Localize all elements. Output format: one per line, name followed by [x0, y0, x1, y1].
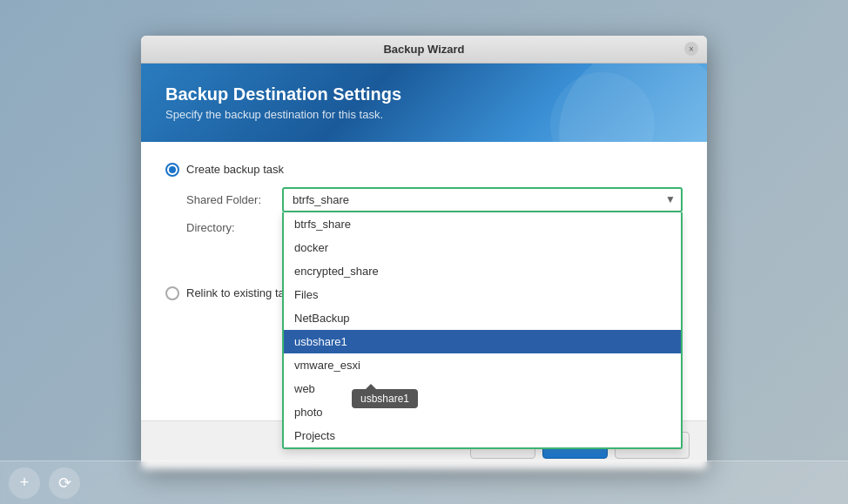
modal-titlebar: Backup Wizard × [141, 36, 707, 64]
history-button[interactable]: ⟳ [49, 467, 80, 499]
modal-body: Create backup task Shared Folder: btrfs_… [141, 142, 707, 420]
add-button[interactable]: + [9, 467, 40, 499]
modal-title: Backup Wizard [383, 43, 464, 56]
shared-folder-label: Shared Folder: [186, 193, 282, 206]
dropdown-item-files[interactable]: Files [284, 283, 681, 306]
dropdown-item-vmware_esxi[interactable]: vmware_esxi [284, 353, 681, 377]
relink-label: Relink to existing task [186, 286, 296, 299]
directory-label: Directory: [186, 221, 282, 234]
dropdown-item-docker[interactable]: docker [284, 236, 681, 259]
dropdown-item-projects[interactable]: Projects [284, 424, 681, 447]
shared-folder-dropdown[interactable]: btrfs_share ▼ [282, 187, 683, 212]
shared-folder-row: Shared Folder: btrfs_share ▼ btrfs_share… [186, 187, 683, 212]
close-button[interactable]: × [684, 42, 698, 56]
dropdown-item-web[interactable]: web [284, 377, 681, 400]
create-backup-radio[interactable] [165, 163, 179, 177]
header-title: Backup Destination Settings [165, 84, 683, 104]
dropdown-item-netbackup[interactable]: NetBackup [284, 306, 681, 330]
taskbar: + ⟳ [0, 460, 848, 504]
dropdown-item-photo[interactable]: photo [284, 400, 681, 424]
dropdown-item-btrfs_share[interactable]: btrfs_share [284, 212, 681, 236]
dropdown-item-encrypted_share[interactable]: encrypted_share [284, 259, 681, 283]
modal-header: Backup Destination Settings Specify the … [141, 64, 707, 142]
dropdown-menu: btrfs_share docker encrypted_share Files… [282, 212, 683, 449]
create-backup-label: Create backup task [186, 163, 284, 176]
shared-folder-select[interactable]: btrfs_share [282, 187, 683, 212]
backup-wizard-dialog: Backup Wizard × Backup Destination Setti… [141, 36, 707, 469]
create-backup-option[interactable]: Create backup task [165, 163, 683, 177]
tooltip-usbshare1: usbshare1 [352, 389, 418, 408]
header-subtitle: Specify the backup destination for this … [165, 108, 683, 121]
dropdown-item-usbshare1[interactable]: usbshare1 [284, 330, 681, 353]
relink-radio[interactable] [165, 286, 179, 300]
